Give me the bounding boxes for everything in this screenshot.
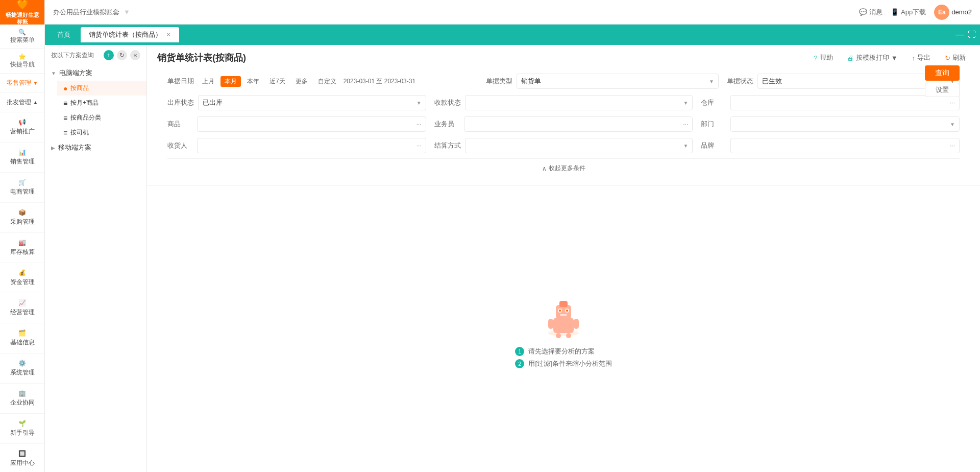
refresh-button[interactable]: ↻ 刷新 — [941, 51, 970, 64]
logo-text: 畅捷通好生意 — [6, 12, 39, 18]
sidebar-item-retail[interactable]: 零售管理 ▼ — [0, 74, 44, 93]
app-download-button[interactable]: 📱 App下载 — [891, 8, 926, 17]
brand-input[interactable]: ··· — [730, 138, 960, 153]
sidebar-item-finance[interactable]: 💰 资金管理 — [0, 263, 44, 293]
date-tab-last-month[interactable]: 上月 — [198, 76, 218, 87]
query-button[interactable]: 查询 — [925, 65, 960, 81]
filter-warehouse: 仓库 ··· — [701, 95, 960, 110]
finance-label: 资金管理 — [10, 278, 35, 287]
sidebar-item-marketing[interactable]: 📢 营销推广 — [0, 112, 44, 143]
tree-item-by-month-goods[interactable]: ≡ 按月+商品 — [57, 96, 146, 110]
tip-text-2: 用[过滤]条件来缩小分析范围 — [528, 359, 611, 368]
tree-item-by-goods[interactable]: ● 按商品 — [57, 81, 146, 96]
bill-status-value: 已生效 — [762, 77, 782, 86]
panel-title: 按以下方案查询 — [51, 51, 94, 60]
salesman-label: 业务员 — [434, 120, 460, 129]
help-button[interactable]: ? 帮助 — [810, 51, 837, 64]
empty-state: 1 请先选择要分析的方案 2 用[过滤]条件来缩小分析范围 — [147, 185, 980, 472]
sidebar-nav: 零售管理 ▼ 批发管理 ▲ 📢 营销推广 📊 销售管理 🛒 电商管理 📦 采购管… — [0, 74, 44, 472]
tab-sales-report[interactable]: 销货单统计表（按商品） ✕ — [81, 27, 179, 42]
select-chevron-icon-3: ▼ — [416, 100, 422, 106]
filter-payment: 结算方式 ▼ — [434, 138, 693, 153]
sidebar-item-purchase[interactable]: 📦 采购管理 — [0, 203, 44, 233]
svg-rect-1 — [553, 318, 574, 333]
settings-button[interactable]: 设置 — [925, 83, 960, 97]
sidebar-item-ecommerce[interactable]: 🛒 电商管理 — [0, 173, 44, 203]
empty-tip-1: 1 请先选择要分析的方案 — [515, 347, 611, 356]
collapse-row: ∧ 收起更多条件 — [167, 158, 960, 175]
tree-pc-scheme[interactable]: ▼ 电脑端方案 — [45, 65, 146, 81]
payment-select[interactable]: ▼ — [465, 138, 693, 153]
tree-item-by-category[interactable]: ≡ 按商品分类 — [57, 110, 146, 125]
home-label: 首页 — [57, 30, 70, 39]
app-logo: 🧡 畅捷通好生意 标账 — [0, 0, 44, 25]
sidebar-item-newbie[interactable]: 🌱 新手引导 — [0, 414, 44, 444]
shortcut-icon: ⭐ — [18, 53, 26, 60]
receiver-input[interactable]: ··· — [197, 138, 426, 153]
svg-rect-11 — [556, 333, 561, 338]
sidebar-search[interactable]: 🔍 搜索菜单 — [0, 25, 44, 49]
sidebar-item-inventory[interactable]: 🏭 库存核算 — [0, 233, 44, 263]
date-tab-more[interactable]: 更多 — [291, 76, 312, 87]
date-tab-this-year[interactable]: 本年 — [243, 76, 263, 87]
dots-icon-4: ··· — [416, 142, 422, 149]
tab-home[interactable]: 首页 — [49, 27, 79, 42]
date-tab-custom[interactable]: 自定义 — [314, 76, 340, 87]
scheme-tree: ▼ 电脑端方案 ● 按商品 ≡ 按月+商品 ≡ 按商品分类 — [45, 63, 146, 472]
salesman-input[interactable]: ··· — [464, 116, 693, 132]
out-status-label: 出库状态 — [167, 98, 194, 107]
goods-input[interactable]: ··· — [197, 116, 426, 132]
svg-point-7 — [566, 310, 568, 312]
sidebar-item-sales[interactable]: 📊 销售管理 — [0, 143, 44, 173]
sidebar-item-operation[interactable]: 📈 经营管理 — [0, 293, 44, 323]
tree-mobile-label: 移动端方案 — [58, 143, 91, 152]
add-scheme-button[interactable]: + — [104, 50, 114, 60]
dept-select[interactable]: ▼ — [730, 116, 960, 132]
tree-mobile-scheme[interactable]: ▶ 移动端方案 — [45, 140, 146, 155]
export-button[interactable]: ↑ 导出 — [908, 51, 935, 64]
dots-icon-2: ··· — [416, 121, 422, 128]
sidebar-item-enterprise[interactable]: 🏢 企业协同 — [0, 384, 44, 414]
date-tab-this-month[interactable]: 本月 — [220, 76, 241, 87]
sidebar-item-system[interactable]: ⚙️ 系统管理 — [0, 353, 44, 384]
purchase-label: 采购管理 — [10, 218, 35, 226]
sidebar-item-basic[interactable]: 🗂️ 基础信息 — [0, 323, 44, 353]
bill-type-select[interactable]: 销货单 ▼ — [517, 74, 719, 89]
out-status-select[interactable]: 已出库 ▼ — [198, 95, 426, 110]
sidebar-item-appcenter[interactable]: 🔲 应用中心 — [0, 444, 44, 472]
brand-label: 品牌 — [701, 141, 726, 150]
user-profile[interactable]: Ea demo2 — [934, 5, 972, 20]
query-actions: 查询 设置 — [925, 65, 960, 97]
export-icon: ↑ — [912, 54, 916, 62]
message-button[interactable]: 💬 消息 — [859, 8, 883, 17]
breadcrumb-sep: ▼ — [124, 8, 130, 16]
collapse-button[interactable]: ∧ 收起更多条件 — [536, 162, 592, 175]
print-button[interactable]: 🖨 按模板打印 ▼ — [843, 51, 902, 64]
out-status-value: 已出库 — [203, 98, 223, 107]
svg-rect-3 — [559, 301, 568, 307]
warehouse-input[interactable]: ··· — [730, 95, 960, 110]
date-tab-7days[interactable]: 近7天 — [265, 76, 289, 87]
shortcut-label: 快捷导航 — [10, 61, 35, 68]
tree-label-by-driver: 按司机 — [70, 128, 89, 137]
refresh-scheme-button[interactable]: ↻ — [117, 50, 127, 60]
sidebar-item-wholesale[interactable]: 批发管理 ▲ — [0, 93, 44, 112]
tree-item-by-driver[interactable]: ≡ 按司机 — [57, 125, 146, 140]
plus-icon: + — [107, 52, 110, 59]
collect-status-select[interactable]: ▼ — [465, 95, 693, 110]
tab-minimize-icon[interactable]: — — [955, 30, 964, 39]
breadcrumb-text: 办公用品行业模拟账套 — [53, 8, 119, 17]
filter-out-status: 出库状态 已出库 ▼ — [167, 95, 426, 110]
sidebar-shortcut[interactable]: ⭐ 快捷导航 — [0, 49, 44, 74]
finance-icon: 💰 — [18, 269, 26, 276]
svg-rect-10 — [574, 319, 579, 329]
tab-close-icon[interactable]: ✕ — [166, 31, 171, 38]
svg-rect-8 — [560, 314, 567, 316]
main-area: 办公用品行业模拟账套 ▼ 💬 消息 📱 App下载 Ea demo2 首页 — [45, 0, 980, 472]
filter-area: 单据日期 上月 本月 本年 近7天 更多 自定义 20 — [157, 70, 970, 181]
tab-maximize-icon[interactable]: ⛶ — [968, 30, 976, 39]
user-name: demo2 — [951, 8, 972, 16]
topbar-right: 💬 消息 📱 App下载 Ea demo2 — [859, 5, 972, 20]
topbar: 办公用品行业模拟账套 ▼ 💬 消息 📱 App下载 Ea demo2 — [45, 0, 980, 25]
collapse-panel-button[interactable]: « — [130, 50, 140, 60]
